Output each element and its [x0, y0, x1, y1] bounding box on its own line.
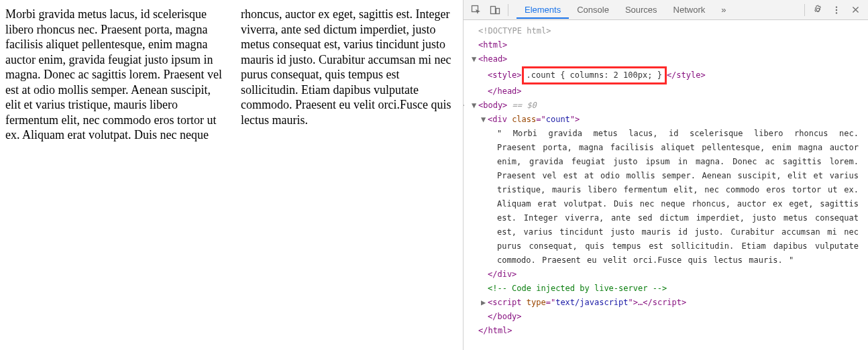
head-close-tag[interactable]: </head>: [488, 86, 522, 96]
tab-elements[interactable]: Elements: [517, 1, 569, 19]
body-close-tag[interactable]: </body>: [488, 312, 522, 321]
inspect-element-icon[interactable]: [468, 1, 485, 19]
svg-point-3: [836, 6, 837, 7]
selected-node-marker: == $0: [507, 101, 536, 110]
devtools-panel: Elements Console Sources Network » <!DOC…: [463, 0, 868, 350]
html-close-tag[interactable]: </html>: [478, 326, 512, 335]
content-paragraph: Morbi gravida metus lacus, id scelerisqu…: [5, 7, 457, 143]
highlighted-style-rule[interactable]: .count { columns: 2 100px; }: [522, 66, 667, 84]
svg-point-5: [836, 12, 837, 13]
style-close-tag[interactable]: </style>: [667, 70, 706, 80]
svg-rect-1: [491, 6, 496, 13]
tab-more[interactable]: »: [713, 1, 734, 19]
script-tag[interactable]: <script type="text/javascript">…</script…: [488, 298, 686, 307]
devtools-toolbar: Elements Console Sources Network »: [464, 0, 868, 20]
expand-twisty-icon[interactable]: ▼: [472, 99, 478, 113]
device-toolbar-icon[interactable]: [486, 1, 504, 19]
expand-twisty-icon[interactable]: ▼: [481, 113, 488, 127]
comment-node[interactable]: <!-- Code injected by live-server -->: [488, 284, 667, 293]
tab-network[interactable]: Network: [665, 1, 714, 19]
head-open-tag[interactable]: <head>: [478, 54, 507, 64]
close-devtools-icon[interactable]: [847, 1, 864, 19]
div-text-content[interactable]: " Morbi gravida metus lacus, id sceleris…: [469, 127, 865, 268]
tab-sources[interactable]: Sources: [617, 1, 665, 19]
kebab-menu-icon[interactable]: [828, 1, 845, 19]
svg-rect-2: [496, 8, 500, 13]
divider: [508, 4, 508, 16]
html-open-tag[interactable]: <html>: [478, 40, 507, 50]
div-open-tag[interactable]: <div class="count">: [488, 115, 580, 124]
page-content: Morbi gravida metus lacus, id scelerisqu…: [0, 0, 463, 350]
tab-console[interactable]: Console: [569, 1, 617, 19]
expand-twisty-icon[interactable]: ▼: [472, 52, 478, 66]
body-open-tag[interactable]: <body>: [478, 101, 507, 110]
collapse-twisty-icon[interactable]: ▶: [481, 296, 488, 310]
elements-tree[interactable]: <!DOCTYPE html> <html> ▼<head> <style>.c…: [464, 20, 868, 350]
div-close-tag[interactable]: </div>: [488, 270, 517, 279]
svg-point-4: [836, 9, 837, 10]
divider: [804, 4, 805, 16]
style-open-tag[interactable]: <style>: [488, 70, 522, 80]
settings-gear-icon[interactable]: [809, 1, 826, 19]
doctype-node[interactable]: <!DOCTYPE html>: [478, 26, 551, 36]
devtools-tabs: Elements Console Sources Network »: [517, 1, 735, 19]
